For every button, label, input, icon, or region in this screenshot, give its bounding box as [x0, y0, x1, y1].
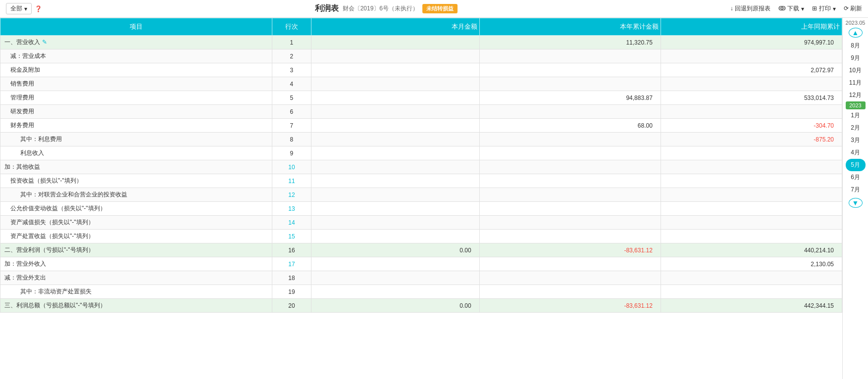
cell-row-number: 13 — [272, 202, 311, 216]
cell-year-amount — [479, 49, 661, 63]
sidebar-month-item[interactable]: 10月 — [846, 64, 866, 77]
sidebar-up-button[interactable]: ▲ — [849, 28, 863, 38]
cell-year-amount — [479, 271, 661, 285]
cell-row-number: 3 — [272, 63, 311, 77]
edit-icon[interactable]: ✎ — [42, 39, 47, 46]
cell-item: 投资收益（损失以"-"填列） — [0, 174, 272, 188]
cell-year-amount: 11,320.75 — [479, 36, 661, 49]
cell-row-number: 19 — [272, 285, 311, 299]
cell-year-amount — [479, 257, 661, 271]
cell-year-amount — [479, 188, 661, 202]
cell-row-number: 5 — [272, 91, 311, 105]
print-label: ⊞ 打印 — [812, 4, 830, 13]
cell-row-number: 20 — [272, 299, 311, 313]
cell-row-number: 10 — [272, 160, 311, 174]
cell-row-number: 11 — [272, 174, 311, 188]
cell-month-amount — [311, 91, 479, 105]
profit-table: 项目 行次 本月金额 本年累计金额 上年同期累计 一、营业收入✎111,320.… — [0, 18, 842, 313]
cell-month-amount — [311, 119, 479, 133]
cell-item: 税金及附加 — [0, 63, 272, 77]
cell-item: 资产处置收益（损失以"-"填列） — [0, 230, 272, 243]
cell-year-amount — [479, 216, 661, 230]
sidebar-month-item[interactable]: 8月 — [846, 40, 866, 52]
sidebar-month-item[interactable]: 12月 — [846, 89, 866, 101]
sidebar-month-item[interactable]: 6月 — [846, 171, 866, 184]
sidebar-month-item[interactable]: 7月 — [846, 184, 866, 196]
cell-prev-amount: 974,997.10 — [661, 36, 842, 49]
sidebar-month-item[interactable]: 1月 — [846, 109, 866, 122]
sidebar-year-label[interactable]: 2023 — [846, 101, 866, 109]
sidebar-month-item[interactable]: 11月 — [846, 77, 866, 89]
refresh-button[interactable]: ⟳ 刷新 — [844, 4, 862, 13]
scope-label: 全部 — [10, 4, 22, 13]
help-icon[interactable]: ❓ — [35, 5, 42, 12]
cell-month-amount — [311, 216, 479, 230]
cell-month-amount — [311, 146, 479, 160]
cell-month-amount — [311, 133, 479, 146]
cell-item: 二、营业利润（亏损以"-"号填列） — [0, 243, 272, 257]
cell-item: 减：营业成本 — [0, 49, 272, 63]
sidebar-down-button[interactable]: ▼ — [849, 198, 863, 208]
cell-prev-amount — [661, 160, 842, 174]
sidebar-month-item[interactable]: 9月 — [846, 52, 866, 64]
cell-row-number: 1 — [272, 36, 311, 49]
sidebar-month-item[interactable]: 5月 — [846, 159, 866, 171]
right-sidebar: 2023.05 ▲ 8月9月10月11月12月20231月2月3月4月5月6月7… — [842, 18, 868, 379]
table-row: 财务费用768.00-304.70 — [0, 119, 842, 133]
cell-month-amount — [311, 188, 479, 202]
header-left: 全部 ▾ ❓ — [6, 3, 42, 14]
sidebar-month-item[interactable]: 4月 — [846, 146, 866, 159]
cell-item: 研发费用 — [0, 105, 272, 119]
cell-month-amount — [311, 105, 479, 119]
print-button[interactable]: ⊞ 打印 ▾ — [812, 4, 835, 13]
back-label: ↓ 回退到原报表 — [730, 4, 770, 13]
cell-prev-amount — [661, 216, 842, 230]
header-center: 利润表 财会〔2019〕6号（未执行） 未结转损益 — [315, 3, 458, 14]
cell-month-amount — [311, 230, 479, 243]
cell-item: 加：营业外收入 — [0, 257, 272, 271]
page-wrapper: 全部 ▾ ❓ 利润表 财会〔2019〕6号（未执行） 未结转损益 ↓ 回退到原报… — [0, 0, 868, 379]
col-header-prev: 上年同期累计 — [661, 18, 842, 36]
cell-year-amount: -83,631.12 — [479, 243, 661, 257]
cell-item: 其中：利息费用 — [0, 133, 272, 146]
cell-year-amount — [479, 105, 661, 119]
cell-prev-amount — [661, 174, 842, 188]
cell-prev-amount: 442,344.15 — [661, 299, 842, 313]
chevron-down-icon: ▾ — [833, 5, 836, 12]
cell-month-amount — [311, 36, 479, 49]
sidebar-month-item[interactable]: 2月 — [846, 122, 866, 134]
cell-year-amount — [479, 63, 661, 77]
download-button[interactable]: ↂ 下载 ▾ — [778, 4, 804, 13]
cell-month-amount — [311, 77, 479, 91]
cell-prev-amount — [661, 146, 842, 160]
table-area[interactable]: 项目 行次 本月金额 本年累计金额 上年同期累计 一、营业收入✎111,320.… — [0, 18, 842, 379]
back-button[interactable]: ↓ 回退到原报表 — [730, 4, 770, 13]
table-row: 减：营业外支出18 — [0, 271, 842, 285]
header-right: ↓ 回退到原报表 ↂ 下载 ▾ ⊞ 打印 ▾ ⟳ 刷新 — [730, 4, 862, 13]
cell-row-number: 2 — [272, 49, 311, 63]
cell-year-amount: 94,883.87 — [479, 91, 661, 105]
report-title: 利润表 — [315, 3, 339, 14]
cell-month-amount — [311, 174, 479, 188]
sidebar-date: 2023.05 — [846, 20, 866, 26]
table-row: 资产减值损失（损失以"-"填列）14 — [0, 216, 842, 230]
scope-dropdown[interactable]: 全部 ▾ — [6, 3, 32, 14]
cell-item: 一、营业收入✎ — [0, 36, 272, 49]
cell-row-number: 14 — [272, 216, 311, 230]
cell-item: 减：营业外支出 — [0, 271, 272, 285]
cell-year-amount — [479, 202, 661, 216]
cell-month-amount — [311, 160, 479, 174]
cell-row-number: 4 — [272, 77, 311, 91]
cell-prev-amount — [661, 77, 842, 91]
cell-item: 财务费用 — [0, 119, 272, 133]
sidebar-month-item[interactable]: 3月 — [846, 134, 866, 146]
cell-row-number: 18 — [272, 271, 311, 285]
cell-month-amount — [311, 257, 479, 271]
cell-year-amount: -83,631.12 — [479, 299, 661, 313]
download-label: ↂ 下载 — [778, 4, 799, 13]
table-row: 销售费用4 — [0, 77, 842, 91]
cell-month-amount — [311, 202, 479, 216]
cell-item: 管理费用 — [0, 91, 272, 105]
cell-item: 公允价值变动收益（损失以"-"填列） — [0, 202, 272, 216]
cell-item: 三、利润总额（亏损总额以"-"号填列） — [0, 299, 272, 313]
